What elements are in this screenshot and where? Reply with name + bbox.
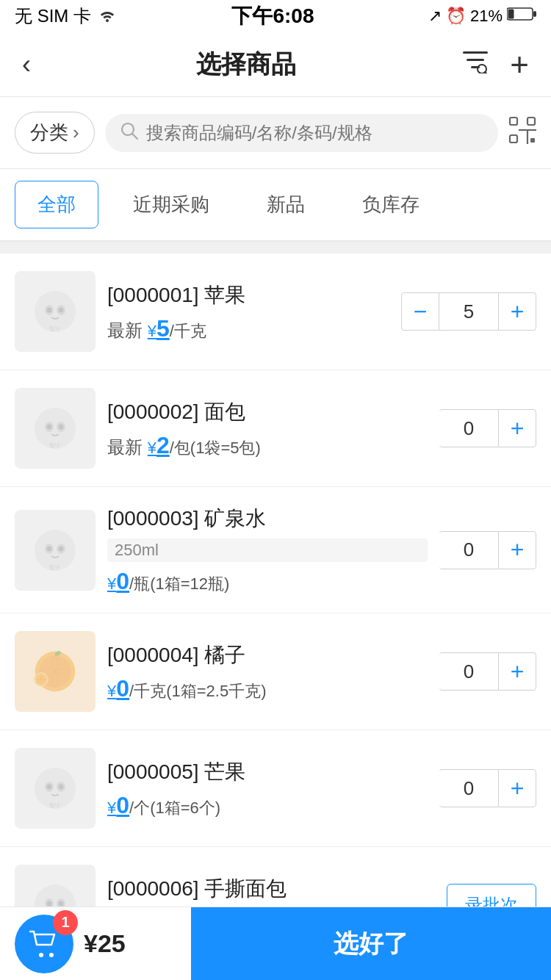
product-price-2: 最新 ¥2/包(1袋=5包) bbox=[107, 432, 428, 459]
product-qty-4: + bbox=[439, 652, 536, 691]
svg-point-19 bbox=[47, 308, 52, 313]
status-right: ↗ ⏰ 21% bbox=[428, 7, 536, 26]
product-qty-1: − + bbox=[401, 292, 536, 331]
filter-bar: 分类 › bbox=[0, 97, 551, 169]
svg-point-26 bbox=[59, 425, 64, 430]
plus-button-3[interactable]: + bbox=[498, 531, 536, 569]
svg-point-62 bbox=[39, 953, 43, 957]
product-item: 智十 [0000005] 芒果 ¥0/个(1箱=6个) + bbox=[0, 730, 551, 847]
svg-text:智十: 智十 bbox=[49, 442, 61, 449]
status-left: 无 SIM 卡 bbox=[15, 4, 118, 28]
orange-image bbox=[33, 649, 77, 693]
product-spec-3: 250ml bbox=[107, 538, 428, 562]
tab-recent[interactable]: 近期采购 bbox=[110, 181, 232, 228]
product-name-4: [0000004] 橘子 bbox=[107, 641, 428, 669]
svg-line-7 bbox=[485, 72, 488, 73]
sim-status: 无 SIM 卡 bbox=[15, 4, 91, 28]
svg-point-48 bbox=[59, 785, 64, 790]
svg-point-31 bbox=[47, 546, 52, 551]
minus-button-1[interactable]: − bbox=[401, 292, 439, 331]
category-button[interactable]: 分类 › bbox=[15, 112, 95, 154]
cart-total: ¥25 bbox=[84, 929, 126, 958]
svg-rect-1 bbox=[533, 11, 536, 17]
cart-area: 1 ¥25 bbox=[0, 915, 191, 973]
svg-point-53 bbox=[47, 901, 52, 907]
plus-button-1[interactable]: + bbox=[498, 292, 536, 331]
product-qty-3: + bbox=[439, 531, 536, 569]
product-qty-2: + bbox=[439, 409, 536, 447]
location-icon: ↗ bbox=[428, 7, 442, 26]
product-item: [0000004] 橘子 ¥0/千克(1箱=2.5千克) + bbox=[0, 613, 551, 730]
cart-icon-button[interactable]: 1 bbox=[15, 915, 73, 973]
tab-new-label: 新品 bbox=[267, 193, 305, 215]
svg-rect-11 bbox=[527, 118, 535, 125]
product-name-6: [0000006] 手撕面包 bbox=[107, 875, 435, 903]
alarm-icon: ⏰ bbox=[446, 7, 466, 26]
owl-logo-1: 智十 bbox=[33, 289, 77, 334]
owl-logo-3: 智十 bbox=[33, 528, 77, 572]
qty-input-2[interactable] bbox=[439, 409, 498, 447]
cart-badge: 1 bbox=[53, 910, 78, 935]
svg-text:智十: 智十 bbox=[49, 325, 61, 332]
wifi-icon bbox=[97, 6, 118, 26]
product-price-5: ¥0/个(1箱=6个) bbox=[107, 792, 428, 819]
product-item: 智十 [0000002] 面包 最新 ¥2/包(1袋=5包) + bbox=[0, 370, 551, 487]
back-button[interactable]: ‹ bbox=[22, 49, 31, 80]
tab-new[interactable]: 新品 bbox=[244, 181, 328, 228]
product-name-3: [0000003] 矿泉水 bbox=[107, 505, 428, 533]
product-item: 智十 [0000003] 矿泉水 250ml ¥0/瓶(1箱=12瓶) + bbox=[0, 487, 551, 613]
tab-recent-label: 近期采购 bbox=[133, 193, 209, 215]
qty-input-5[interactable] bbox=[439, 769, 498, 807]
product-list: 智十 [0000001] 苹果 最新 ¥5/千克 − + 智十 bbox=[0, 253, 551, 980]
status-bar: 无 SIM 卡 下午6:08 ↗ ⏰ 21% bbox=[0, 0, 551, 32]
product-thumbnail-5: 智十 bbox=[15, 748, 96, 829]
plus-button-2[interactable]: + bbox=[498, 409, 536, 447]
bottom-bar: 1 ¥25 选好了 bbox=[0, 907, 551, 980]
svg-point-63 bbox=[49, 953, 54, 957]
svg-text:智十: 智十 bbox=[49, 802, 61, 809]
search-icon bbox=[120, 121, 139, 145]
section-divider bbox=[0, 242, 551, 253]
search-input[interactable] bbox=[146, 123, 483, 143]
product-name-5: [0000005] 芒果 bbox=[107, 758, 428, 786]
product-name-1: [0000001] 苹果 bbox=[107, 281, 389, 309]
svg-rect-12 bbox=[510, 135, 517, 143]
product-info-5: [0000005] 芒果 ¥0/个(1箱=6个) bbox=[107, 758, 428, 819]
search-box bbox=[105, 114, 498, 152]
product-thumbnail-3: 智十 bbox=[15, 510, 96, 591]
add-icon[interactable]: + bbox=[510, 46, 529, 83]
svg-rect-3 bbox=[463, 51, 488, 54]
svg-line-9 bbox=[132, 134, 137, 139]
svg-point-20 bbox=[59, 308, 64, 313]
svg-rect-4 bbox=[467, 59, 484, 61]
product-info-4: [0000004] 橘子 ¥0/千克(1箱=2.5千克) bbox=[107, 641, 428, 702]
plus-button-5[interactable]: + bbox=[498, 769, 536, 807]
svg-rect-10 bbox=[510, 118, 517, 125]
tabs-bar: 全部 近期采购 新品 负库存 bbox=[0, 169, 551, 242]
nav-bar: ‹ 选择商品 + bbox=[0, 32, 551, 97]
tab-negative[interactable]: 负库存 bbox=[339, 181, 442, 228]
qty-input-1[interactable] bbox=[439, 292, 498, 331]
svg-point-47 bbox=[47, 785, 52, 790]
owl-logo-2: 智十 bbox=[33, 406, 77, 450]
battery-icon bbox=[507, 7, 536, 26]
battery-text: 21% bbox=[470, 7, 503, 26]
qty-input-3[interactable] bbox=[439, 531, 498, 569]
product-thumbnail-1: 智十 bbox=[15, 271, 96, 352]
product-price-4: ¥0/千克(1箱=2.5千克) bbox=[107, 675, 428, 702]
tab-all[interactable]: 全部 bbox=[15, 181, 98, 228]
product-info-1: [0000001] 苹果 最新 ¥5/千克 bbox=[107, 281, 389, 342]
filter-icon[interactable] bbox=[461, 48, 489, 80]
plus-button-4[interactable]: + bbox=[498, 652, 536, 691]
qty-input-4[interactable] bbox=[439, 652, 498, 691]
product-thumbnail-2: 智十 bbox=[15, 388, 96, 469]
tab-all-label: 全部 bbox=[37, 193, 76, 215]
nav-actions: + bbox=[461, 46, 529, 83]
product-item: 智十 [0000001] 苹果 最新 ¥5/千克 − + bbox=[0, 253, 551, 370]
status-time: 下午6:08 bbox=[231, 2, 314, 30]
scan-icon[interactable] bbox=[508, 116, 536, 150]
svg-point-25 bbox=[47, 425, 52, 430]
svg-text:智十: 智十 bbox=[49, 564, 61, 571]
product-name-2: [0000002] 面包 bbox=[107, 398, 428, 426]
confirm-button[interactable]: 选好了 bbox=[191, 907, 551, 981]
